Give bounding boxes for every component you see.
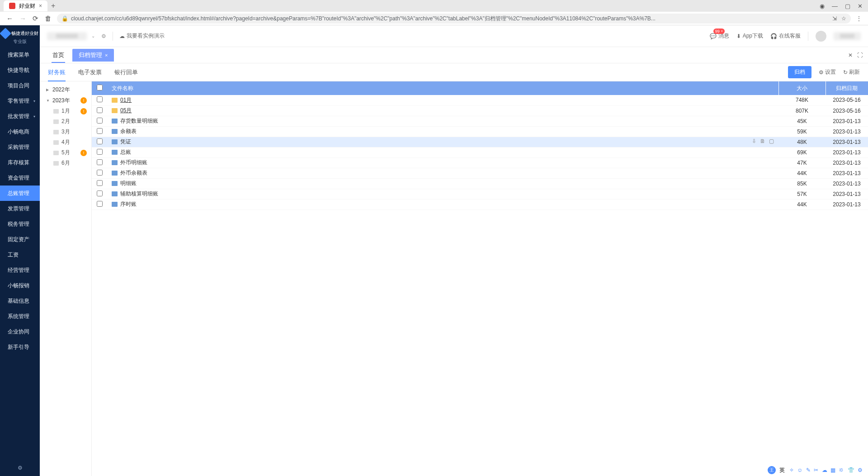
new-tab-button[interactable]: + (51, 2, 55, 10)
account-icon[interactable]: ◉ (820, 3, 825, 10)
table-row[interactable]: 总账69K2023-01-13 (92, 147, 868, 157)
browser-tab[interactable]: 好业财 × (4, 0, 47, 11)
row-checkbox[interactable] (92, 178, 107, 189)
sidebar-item-15[interactable]: 小畅报销 (0, 278, 40, 293)
sidebar-item-1[interactable]: 快捷导航 (0, 62, 40, 78)
file-link[interactable]: 05月 (120, 107, 132, 114)
maximize-icon[interactable]: ▢ (845, 3, 850, 10)
sidebar-item-0[interactable]: 搜索菜单 (0, 47, 40, 62)
ime-i5-icon[interactable]: ☁ (822, 467, 827, 473)
row-checkbox[interactable] (92, 105, 107, 116)
table-row[interactable]: 辅助核算明细账57K2023-01-13 (92, 189, 868, 199)
sidebar-item-16[interactable]: 基础信息 (0, 293, 40, 309)
sidebar-item-11[interactable]: 税务管理 (0, 216, 40, 232)
table-row[interactable]: 余额表59K2023-01-13 (92, 126, 868, 137)
refresh-link[interactable]: ↻刷新 (843, 68, 860, 76)
sidebar-item-10[interactable]: 发票管理 (0, 201, 40, 216)
avatar[interactable] (816, 31, 826, 42)
row-checkbox[interactable] (92, 168, 107, 178)
install-icon[interactable]: ⇲ (832, 15, 837, 22)
tree-month-1[interactable]: 2月 (40, 116, 91, 127)
sidebar-item-8[interactable]: 资金管理 (0, 170, 40, 186)
close-tab-icon[interactable]: × (39, 3, 42, 9)
sidebar-item-9[interactable]: 总账管理 (0, 186, 40, 201)
menu-icon[interactable]: ⋮ (856, 15, 862, 22)
row-checkbox[interactable] (92, 126, 107, 137)
sidebar-item-14[interactable]: 经营管理 (0, 262, 40, 278)
subtab-einvoice[interactable]: 电子发票 (78, 64, 102, 81)
url-input[interactable]: 🔒 cloud.chanjet.com/cc/u6d89qwnryel/57bf… (57, 14, 851, 24)
ime-i1-icon[interactable]: ✧ (789, 467, 794, 473)
tab-home[interactable]: 首页 (46, 47, 71, 63)
tree-month-5[interactable]: 6月 (40, 158, 91, 168)
sidebar-item-19[interactable]: 新手引导 (0, 339, 40, 355)
tree-year-2023[interactable]: ▼ 2023年 ! (40, 95, 91, 106)
back-icon[interactable]: ← (6, 14, 13, 23)
trash-icon[interactable]: 🗑 (45, 14, 52, 23)
tree-month-4[interactable]: 5月! (40, 148, 91, 158)
org-gear-icon[interactable]: ⚙ (101, 33, 106, 39)
sidebar-item-17[interactable]: 系统管理 (0, 309, 40, 324)
subtab-bankslip[interactable]: 银行回单 (114, 64, 138, 81)
row-checkbox[interactable] (92, 157, 107, 168)
tree-month-2[interactable]: 3月 (40, 127, 91, 137)
tree-month-3[interactable]: 4月 (40, 137, 91, 148)
table-row[interactable]: 存货数量明细账45K2023-01-13 (92, 116, 868, 126)
ime-i8-icon[interactable]: 👕 (848, 467, 854, 473)
demo-link[interactable]: ☁ 我要看实例演示 (119, 32, 165, 40)
file-link[interactable]: 01月 (120, 97, 132, 103)
sidebar-item-13[interactable]: 工资 (0, 247, 40, 262)
sidebar-item-3[interactable]: 零售管理▾ (0, 93, 40, 109)
ime-i6-icon[interactable]: ▦ (830, 467, 835, 473)
action3-icon[interactable]: ▢ (769, 138, 774, 144)
ime-i2-icon[interactable]: ☺ (797, 467, 802, 473)
action1-icon[interactable]: ⇩ (752, 138, 756, 144)
tree-year-2022[interactable]: ▶ 2022年 (40, 84, 91, 95)
table-row[interactable]: 外币明细账47K2023-01-13 (92, 157, 868, 168)
messages-button[interactable]: 💬 99 + 消息 (710, 32, 729, 40)
tab-archive[interactable]: 归档管理 × (72, 49, 114, 62)
sidebar-item-4[interactable]: 批发管理▾ (0, 109, 40, 124)
download-button[interactable]: ⬇ App下载 (736, 32, 763, 40)
service-button[interactable]: 🎧 在线客服 (770, 32, 801, 40)
tree-month-0[interactable]: 1月! (40, 106, 91, 116)
ime-i7-icon[interactable]: ⛭ (839, 467, 844, 473)
sidebar-item-2[interactable]: 项目合同 (0, 78, 40, 93)
ime-lang[interactable]: 英 (779, 466, 785, 474)
row-checkbox[interactable] (92, 147, 107, 157)
archive-button[interactable]: 归档 (788, 66, 811, 78)
table-row[interactable]: 明细账85K2023-01-13 (92, 178, 868, 189)
table-row[interactable]: 凭证⇩🗎▢48K2023-01-13 (92, 137, 868, 147)
subtab-finance[interactable]: 财务账 (48, 64, 66, 81)
ime-i9-icon[interactable]: ⚙ (858, 467, 863, 473)
table-row[interactable]: 外币余额表44K2023-01-13 (92, 168, 868, 178)
table-row[interactable]: 01月748K2023-05-16 (92, 95, 868, 105)
star-icon[interactable]: ☆ (841, 15, 846, 22)
settings-gear-icon[interactable]: ⚙ (0, 460, 40, 476)
settings-link[interactable]: ⚙设置 (819, 68, 836, 76)
forward-icon[interactable]: → (19, 14, 26, 23)
row-checkbox[interactable] (92, 189, 107, 199)
close-window-icon[interactable]: ✕ (858, 3, 863, 10)
table-row[interactable]: 序时账44K2023-01-13 (92, 199, 868, 209)
table-row[interactable]: 05月807K2023-05-16 (92, 105, 868, 116)
row-checkbox[interactable] (92, 95, 107, 105)
close-icon[interactable]: × (105, 52, 108, 58)
action2-icon[interactable]: 🗎 (760, 138, 765, 144)
ime-i3-icon[interactable]: ✎ (806, 467, 811, 473)
ime-circle-icon[interactable]: 王 (768, 466, 776, 474)
sidebar-item-18[interactable]: 企业协同 (0, 324, 40, 339)
row-checkbox[interactable] (92, 116, 107, 126)
org-selector[interactable]: XXXXXX ⌄ (47, 32, 95, 40)
sidebar-item-7[interactable]: 库存核算 (0, 155, 40, 170)
sidebar-item-6[interactable]: 采购管理 (0, 139, 40, 155)
header-checkbox[interactable] (92, 81, 107, 95)
close-all-icon[interactable]: ✕ (848, 52, 853, 58)
row-checkbox[interactable] (92, 199, 107, 209)
reload-icon[interactable]: ⟳ (33, 14, 38, 23)
row-checkbox[interactable] (92, 137, 107, 147)
expand-icon[interactable]: ⛶ (857, 52, 863, 58)
minimize-icon[interactable]: — (832, 3, 838, 10)
sidebar-item-12[interactable]: 固定资产 (0, 232, 40, 247)
ime-i4-icon[interactable]: ✂ (814, 467, 818, 473)
